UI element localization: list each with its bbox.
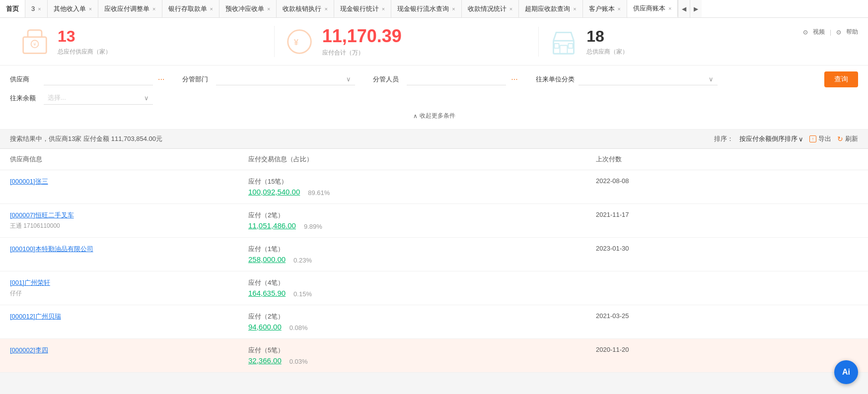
supplier-cell-2: [000100]本特勤油品有限公司 — [10, 245, 248, 256]
tab-nav-left[interactable]: ◀ — [678, 0, 690, 17]
supplier-name-3[interactable]: [001]广州荣轩 — [10, 278, 248, 287]
transaction-cell-2: 应付（1笔） 258,000.00 0.23% — [248, 245, 596, 264]
supplier-input[interactable] — [44, 73, 153, 85]
export-button[interactable]: ↑ 导出 — [809, 134, 831, 143]
tab-3-close[interactable]: × — [38, 6, 41, 12]
collapse-label: 收起更多条件 — [420, 112, 455, 120]
tab-bank-deposit[interactable]: 银行存取款单 × — [162, 0, 219, 17]
trans-pct-5: 0.03% — [289, 358, 308, 365]
category-select[interactable]: ∨ — [579, 73, 718, 85]
dept-select[interactable]: ∨ — [216, 73, 355, 85]
tab-prepay-offset-close[interactable]: × — [267, 6, 270, 12]
supplier-name-5[interactable]: [000002]李四 — [10, 346, 248, 355]
data-table: 供应商信息 应付交易信息（占比） 上次付数 [000001]张三 应付（15笔）… — [0, 149, 868, 373]
export-icon: ↑ — [809, 135, 816, 142]
tab-ar-ap-adjust[interactable]: 应收应付调整单 × — [98, 0, 162, 17]
trans-amount-0[interactable]: 100,092,540.00 — [248, 188, 300, 196]
supplier-icon-1: ¥ — [20, 27, 50, 57]
supplier-name-4[interactable]: [000012]广州贝瑞 — [10, 312, 248, 321]
tab-other-income-close[interactable]: × — [89, 6, 92, 12]
tab-payment-exec-label: 收款核销执行 — [283, 4, 321, 13]
sort-select[interactable]: 按应付余额倒序排序 ∨ — [739, 134, 803, 143]
lastpay-cell-1: 2021-11-17 — [596, 211, 858, 218]
trans-amount-3[interactable]: 164,635.90 — [248, 289, 286, 297]
lastpay-cell-4: 2021-03-25 — [596, 312, 858, 320]
refresh-icon: ↻ — [837, 135, 843, 143]
trans-label-0: 应付（15笔） — [248, 177, 596, 186]
collapse-button[interactable]: ∧ 收起更多条件 — [410, 109, 458, 123]
tab-supplier-ledger[interactable]: 供应商账本 × — [627, 0, 678, 17]
lastpay-4: 2021-03-25 — [596, 312, 629, 320]
tab-supplier-ledger-label: 供应商账本 — [633, 4, 665, 13]
query-button[interactable]: 查询 — [824, 71, 858, 87]
summary-info-3: 18 总供应商（家） — [586, 27, 628, 56]
trans-row-4: 94,600.00 0.08% — [248, 321, 596, 331]
trans-row-1: 11,051,486.00 9.89% — [248, 220, 596, 230]
tab-bank-deposit-label: 银行存取款单 — [168, 4, 207, 13]
filter-supplier: 供应商 ··· — [10, 73, 164, 85]
sort-label: 排序： — [714, 134, 733, 143]
tab-payment-exec[interactable]: 收款核销执行 × — [277, 0, 334, 17]
tab-nav-right[interactable]: ▶ — [690, 0, 702, 17]
svg-rect-5 — [554, 41, 574, 54]
tab-customer-ledger[interactable]: 客户账本 × — [583, 0, 627, 17]
tab-cash-bank-stat-close[interactable]: × — [382, 6, 385, 12]
balance-label: 往来余额 — [10, 94, 40, 103]
tab-cash-bank-stat[interactable]: 现金银行统计 × — [334, 0, 391, 17]
trans-row-2: 258,000.00 0.23% — [248, 254, 596, 264]
tab-ar-ap-adjust-close[interactable]: × — [152, 6, 155, 12]
tab-overdue-ar-close[interactable]: × — [573, 6, 576, 12]
tab-prepay-offset[interactable]: 预收冲应收单 × — [219, 0, 277, 17]
supplier-contact-3: 仔仔 — [10, 289, 248, 298]
lastpay-5: 2020-11-20 — [596, 346, 629, 353]
tab-other-income[interactable]: 其他收入单 × — [48, 0, 98, 17]
balance-placeholder: 选择... — [48, 93, 66, 102]
tab-overdue-ar[interactable]: 超期应收款查询 × — [519, 0, 582, 17]
tab-cash-bank-flow[interactable]: 现金银行流水查询 × — [391, 0, 461, 17]
summary-card-2: ¥ 11,170.39 应付合计（万） — [274, 26, 539, 57]
trans-amount-2[interactable]: 258,000.00 — [248, 255, 286, 263]
trans-amount-5[interactable]: 32,366.00 — [248, 356, 282, 365]
tab-home[interactable]: 首页 — [0, 0, 25, 17]
supplier-name-0[interactable]: [000001]张三 — [10, 177, 248, 186]
summary-section: ¥ 13 总应付供应商（家） ¥ 11,170.39 应付合计（万） — [0, 18, 868, 66]
help-links: ⊙ 视频 | ⊙ 帮助 — [803, 26, 858, 36]
tab-bar: 首页 3 × 其他收入单 × 应收应付调整单 × 银行存取款单 × 预收冲应收单… — [0, 0, 868, 18]
supplier-cell-3: [001]广州荣轩 仔仔 — [10, 278, 248, 298]
person-dots[interactable]: ··· — [511, 75, 517, 84]
tab-supplier-ledger-close[interactable]: × — [668, 5, 671, 11]
trans-label-5: 应付（5笔） — [248, 346, 596, 355]
trans-amount-4[interactable]: 94,600.00 — [248, 323, 282, 331]
trans-row-5: 32,366.00 0.03% — [248, 355, 596, 365]
tab-3[interactable]: 3 × — [25, 0, 48, 17]
supplier-name-1[interactable]: [000007]恒旺二手叉车 — [10, 211, 248, 220]
table-row: [000100]本特勤油品有限公司 应付（1笔） 258,000.00 0.23… — [0, 238, 868, 271]
summary-card-3: 18 总供应商（家） — [538, 27, 803, 57]
tab-customer-ledger-close[interactable]: × — [618, 6, 621, 12]
svg-rect-7 — [555, 43, 559, 48]
tab-payment-exec-close[interactable]: × — [324, 6, 327, 12]
help-link[interactable]: 帮助 — [846, 28, 858, 36]
supplier-dots[interactable]: ··· — [158, 75, 164, 84]
video-icon: ⊙ — [803, 29, 808, 36]
transaction-cell-5: 应付（5笔） 32,366.00 0.03% — [248, 346, 596, 365]
total-ap-suppliers-value: 13 — [58, 27, 111, 46]
trans-pct-0: 89.61% — [308, 189, 330, 197]
trans-amount-1[interactable]: 11,051,486.00 — [248, 221, 296, 230]
tab-collection-stat-close[interactable]: × — [509, 6, 512, 12]
filter-row-1: 供应商 ··· 分管部门 ∨ 分管人员 ··· 往来单位分类 ∨ — [10, 71, 858, 87]
balance-select[interactable]: 选择... ∨ — [44, 91, 153, 105]
tab-overdue-ar-label: 超期应收款查询 — [525, 4, 570, 13]
tab-cash-bank-flow-close[interactable]: × — [452, 6, 455, 12]
video-link[interactable]: 视频 — [813, 28, 825, 36]
tab-bank-deposit-close[interactable]: × — [210, 6, 213, 12]
help-icon: ⊙ — [836, 29, 841, 36]
person-input[interactable] — [407, 73, 506, 85]
tab-collection-stat[interactable]: 收款情况统计 × — [462, 0, 519, 17]
supplier-cell-0: [000001]张三 — [10, 177, 248, 188]
filter-dept: 分管部门 ∨ — [182, 73, 355, 85]
refresh-button[interactable]: ↻ 刷新 — [837, 134, 858, 143]
transaction-cell-3: 应付（4笔） 164,635.90 0.15% — [248, 278, 596, 298]
collapse-arrow-icon: ∧ — [413, 113, 418, 120]
supplier-name-2[interactable]: [000100]本特勤油品有限公司 — [10, 245, 248, 254]
